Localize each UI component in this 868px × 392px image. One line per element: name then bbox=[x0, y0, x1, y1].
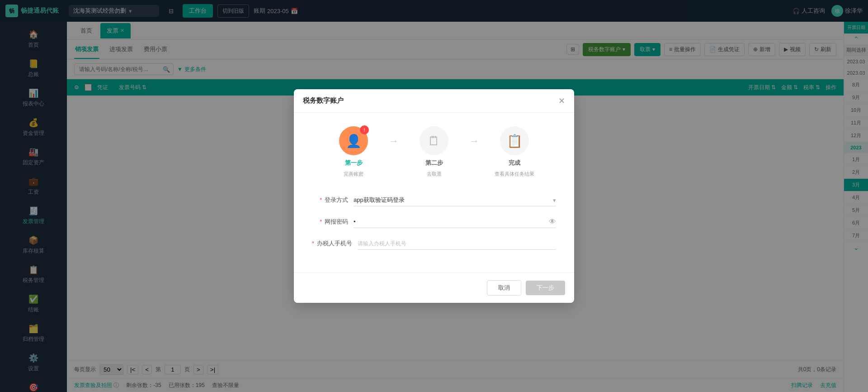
phone-label: * 办税人手机号 bbox=[312, 239, 352, 248]
step-1: 👤 ! 第一步 完善账密 bbox=[322, 126, 385, 177]
password-control: 👁 bbox=[354, 215, 556, 228]
login-method-control: app获取验证码登录 ▾ bbox=[354, 194, 556, 206]
step-3-icon-wrap: 📋 bbox=[500, 126, 529, 155]
step-2-label: 第二步 bbox=[425, 159, 443, 167]
login-method-row: * 登录方式 app获取验证码登录 ▾ bbox=[312, 194, 556, 206]
step-2-icon-wrap: 🗒 bbox=[420, 126, 448, 155]
step-arrow-2: → bbox=[466, 135, 483, 147]
modal-title: 税务数字账户 bbox=[303, 96, 344, 105]
next-button[interactable]: 下一步 bbox=[526, 281, 565, 295]
step-1-label: 第一步 bbox=[345, 159, 363, 167]
password-eye-icon[interactable]: 👁 bbox=[549, 218, 556, 226]
phone-row: * 办税人手机号 bbox=[312, 237, 556, 250]
phone-input[interactable] bbox=[358, 237, 556, 250]
modal-overlay[interactable]: 税务数字账户 ✕ 👤 ! 第一步 完善账密 → bbox=[0, 0, 868, 392]
password-row: * 网报密码 👁 bbox=[312, 215, 556, 228]
modal-header: 税务数字账户 ✕ bbox=[294, 89, 574, 113]
step-3: 📋 完成 查看具体任务结果 bbox=[483, 126, 546, 177]
step-1-badge: ! bbox=[360, 125, 369, 134]
step-1-icon: 👤 bbox=[346, 134, 362, 148]
password-input[interactable] bbox=[354, 215, 556, 228]
steps-row: 👤 ! 第一步 完善账密 → 🗒 第二步 去取票 → bbox=[312, 126, 556, 177]
modal-close-button[interactable]: ✕ bbox=[558, 97, 565, 105]
step-2-icon: 🗒 bbox=[428, 134, 440, 148]
tax-account-modal: 税务数字账户 ✕ 👤 ! 第一步 完善账密 → bbox=[294, 89, 574, 303]
step-3-label: 完成 bbox=[509, 159, 520, 167]
step-2: 🗒 第二步 去取票 bbox=[402, 126, 466, 177]
modal-footer: 取消 下一步 bbox=[294, 272, 574, 303]
login-method-select[interactable]: app获取验证码登录 bbox=[354, 194, 556, 206]
step-2-desc: 去取票 bbox=[427, 171, 442, 177]
modal-body: 👤 ! 第一步 完善账密 → 🗒 第二步 去取票 → bbox=[294, 113, 574, 272]
step-arrow-1: → bbox=[385, 135, 402, 147]
phone-control bbox=[358, 237, 556, 250]
step-1-desc: 完善账密 bbox=[344, 171, 363, 177]
step-3-icon: 📋 bbox=[507, 134, 523, 148]
step-3-desc: 查看具体任务结果 bbox=[495, 171, 534, 177]
login-method-label: * 登录方式 bbox=[312, 196, 348, 204]
password-label: * 网报密码 bbox=[312, 218, 348, 226]
cancel-button[interactable]: 取消 bbox=[487, 280, 521, 296]
step-1-icon-wrap: 👤 ! bbox=[339, 126, 368, 155]
